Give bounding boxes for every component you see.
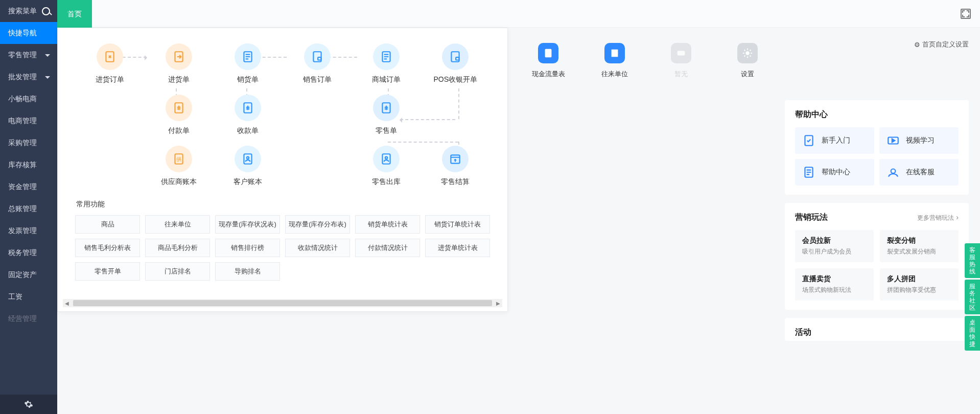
mkt-title: 直播卖货	[802, 274, 867, 284]
homepage-custom-settings[interactable]: ⚙ 首页自定义设置	[914, 40, 969, 49]
help-newbie[interactable]: 新手入门	[795, 127, 874, 154]
money-icon	[235, 95, 261, 121]
sidebar-item-asset[interactable]: 固定资产	[0, 264, 57, 286]
scroll-right-icon[interactable]: ▶	[494, 299, 502, 307]
svg-rect-1	[612, 50, 618, 57]
float-tab-shortcut[interactable]: 桌面快捷	[965, 316, 980, 351]
quick-unit[interactable]: 往来单位	[597, 43, 633, 104]
fbtn-guide-rank[interactable]: 导购排名	[215, 262, 280, 281]
sidebar-item-label: 经营管理	[8, 314, 37, 324]
sidebar-item-invoice[interactable]: 发票管理	[0, 220, 57, 242]
sidebar-item-ledger[interactable]: 总账管理	[0, 198, 57, 220]
node-retail[interactable]: 零售单	[373, 95, 400, 135]
node-customer-ledger[interactable]: 客户账本	[234, 146, 262, 187]
fbtn-stock1[interactable]: 现存量(库存状况表)	[215, 215, 280, 234]
sidebar-settings[interactable]	[0, 395, 57, 414]
fbtn-store-rank[interactable]: 门店排名	[145, 262, 210, 281]
node-payment[interactable]: 付款单	[166, 95, 192, 135]
fbtn-rank[interactable]: 销售排行榜	[215, 239, 280, 257]
sidebar-item-ecom2[interactable]: 电商管理	[0, 110, 57, 132]
sidebar-item-more[interactable]: 经营管理	[0, 308, 57, 330]
help-label: 新手入门	[822, 136, 850, 145]
money-icon	[373, 95, 400, 121]
node-purchase[interactable]: 进货单	[166, 43, 192, 84]
flow-label: 零售单	[376, 126, 397, 135]
quick-label: 往来单位	[601, 70, 628, 79]
mkt-title: 会员拉新	[802, 236, 867, 245]
fbtn-salesorder-stat[interactable]: 销货订单统计表	[425, 215, 490, 234]
node-pos[interactable]: POS收银开单	[434, 43, 478, 84]
settings-link-label: 首页自定义设置	[922, 40, 969, 49]
mkt-live[interactable]: 直播卖货 场景式购物新玩法	[795, 268, 874, 301]
right-column: 帮助中心 新手入门 视频学习 帮助中心 在线客服	[785, 100, 969, 341]
quick-settings[interactable]: 设置	[730, 43, 765, 104]
sidebar-item-ecom1[interactable]: 小畅电商	[0, 88, 57, 110]
mkt-fission[interactable]: 裂变分销 裂变式发展分销商	[880, 230, 959, 262]
float-tab-community[interactable]: 服务社区	[965, 280, 980, 314]
sidebar-item-wholesale[interactable]: 批发管理	[0, 66, 57, 88]
mkt-group[interactable]: 多人拼团 拼团购物享受优惠	[880, 268, 959, 301]
sidebar-item-label: 总账管理	[8, 204, 37, 214]
fbtn-payment-stat[interactable]: 付款情况统计	[355, 239, 420, 257]
sidebar-search-label: 搜索菜单	[8, 7, 37, 16]
fbtn-stock2[interactable]: 现存量(库存分布表)	[285, 215, 350, 234]
sidebar-item-retail[interactable]: 零售管理	[0, 44, 57, 66]
mkt-member[interactable]: 会员拉新 吸引用户成为会员	[795, 230, 874, 262]
float-tab-hotline[interactable]: 客服热线	[965, 243, 980, 278]
help-video[interactable]: 视频学习	[879, 127, 959, 154]
quick-cashflow[interactable]: 现金流量表	[530, 43, 566, 104]
help-center[interactable]: 帮助中心	[795, 159, 874, 186]
node-supplier-ledger[interactable]: 供 供应商账本	[161, 146, 197, 187]
sidebar-item-inventory[interactable]: 库存核算	[0, 154, 57, 176]
activity-card: 活动	[785, 318, 969, 341]
svg-rect-2	[678, 51, 685, 55]
help-label: 帮助中心	[822, 168, 850, 177]
flow-label: 零售出库	[372, 177, 401, 187]
quick-label: 暂无	[674, 70, 688, 79]
fullscreen-icon[interactable]	[961, 9, 971, 19]
fbtn-unit[interactable]: 往来单位	[145, 215, 210, 234]
help-service[interactable]: 在线客服	[879, 159, 959, 186]
scroll-thumb[interactable]	[73, 300, 492, 306]
flow-label: 客户账本	[234, 177, 262, 187]
node-retail-settle[interactable]: 零售结算	[441, 146, 470, 187]
quick-empty[interactable]: 暂无	[663, 43, 699, 104]
node-purchase-order[interactable]: 进货订单	[96, 43, 124, 84]
fbtn-purchase-stat[interactable]: 进货单统计表	[425, 239, 490, 257]
horizontal-scrollbar[interactable]: ◀ ▶	[63, 299, 502, 307]
sidebar-item-label: 电商管理	[8, 117, 37, 126]
flow-row-3: 供 供应商账本 客户账本 零售出库 零售结算	[75, 146, 490, 197]
marketing-more-link[interactable]: 更多营销玩法	[917, 213, 959, 222]
person-doc-icon	[235, 146, 261, 172]
float-tabs: 客服热线 服务社区 桌面快捷	[965, 243, 980, 351]
fbtn-retail-open[interactable]: 零售开单	[75, 262, 140, 281]
node-sales[interactable]: 销货单	[235, 43, 261, 84]
scroll-left-icon[interactable]: ◀	[63, 299, 71, 307]
fbtn-gross2[interactable]: 商品毛利分析	[145, 239, 210, 257]
sidebar-search[interactable]: 搜索菜单	[0, 0, 57, 22]
marketing-card: 营销玩法 更多营销玩法 会员拉新 吸引用户成为会员 裂变分销 裂变式发展分销商 …	[785, 203, 969, 310]
top-tabs: 首页	[57, 0, 980, 28]
fbtn-product[interactable]: 商品	[75, 215, 140, 234]
doc-icon	[538, 43, 558, 63]
node-receipt[interactable]: 收款单	[235, 95, 261, 135]
node-sales-order[interactable]: 销售订单	[303, 43, 332, 84]
node-retail-out[interactable]: 零售出库	[372, 146, 401, 187]
flow-label: 零售结算	[441, 177, 470, 187]
sidebar-item-salary[interactable]: 工资	[0, 286, 57, 308]
tab-home[interactable]: 首页	[57, 0, 92, 28]
sidebar-item-quicknav[interactable]: 快捷导航	[0, 22, 57, 44]
flow-row-1: 进货订单 进货单 销货单 销售订单 商城订单	[75, 43, 490, 95]
sidebar-item-finance[interactable]: 资金管理	[0, 176, 57, 198]
video-icon	[886, 134, 900, 147]
flow-label: 收款单	[237, 126, 259, 135]
node-mall-order[interactable]: 商城订单	[372, 43, 401, 84]
fbtn-receipt-stat[interactable]: 收款情况统计	[285, 239, 350, 257]
flow-label: 进货单	[168, 75, 190, 84]
sidebar-item-tax[interactable]: 税务管理	[0, 242, 57, 264]
help-label: 视频学习	[906, 136, 935, 145]
fbtn-sales-stat[interactable]: 销货单统计表	[355, 215, 420, 234]
sidebar-item-label: 批发管理	[8, 73, 37, 82]
fbtn-gross1[interactable]: 销售毛利分析表	[75, 239, 140, 257]
sidebar-item-purchase[interactable]: 采购管理	[0, 132, 57, 154]
